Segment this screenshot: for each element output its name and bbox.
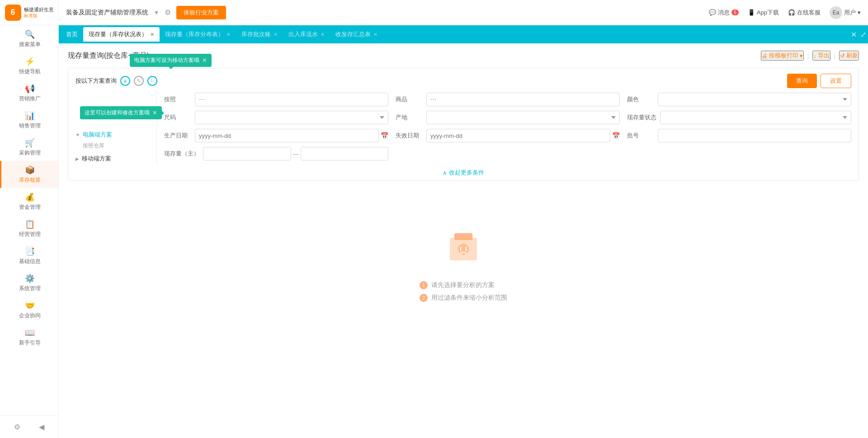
nav-purchase[interactable]: 🛒 采购管理 — [0, 134, 58, 161]
system-dropdown-icon[interactable]: ▼ — [154, 9, 159, 16]
stock-main-to[interactable] — [301, 147, 389, 160]
popover-close-2[interactable]: ✕ — [152, 109, 157, 116]
base-icon: 📑 — [25, 246, 35, 256]
origin-label: 产地 — [396, 113, 423, 122]
tab-close-icon-3[interactable]: ✕ — [274, 32, 278, 38]
app-download-btn[interactable]: 📱 App下载 — [748, 9, 779, 17]
tab-inventory-dist[interactable]: 现存量（库存分布表） ✕ — [160, 27, 236, 42]
tab-close-all-btn[interactable]: ✕ — [851, 30, 857, 39]
svg-rect-1 — [454, 233, 472, 240]
online-support-btn[interactable]: 🎧 在线客服 — [788, 9, 821, 17]
tip-num-2: 2 — [420, 294, 428, 302]
nav-tutorial[interactable]: 📖 新手引导 — [0, 324, 58, 351]
user-dropdown-icon: ▾ — [858, 9, 861, 16]
stock-main-label: 现存量（主） — [164, 150, 199, 158]
stock-status-select[interactable] — [660, 111, 851, 124]
stock-main-from[interactable] — [203, 147, 291, 160]
tab-bar: 首页 现存量（库存状况表） ✕ 现存量（库存分布表） ✕ 库存批次账 ✕ 出入库… — [59, 25, 868, 43]
nav-inventory[interactable]: 📦 库存核算 — [0, 161, 58, 188]
tab-batch[interactable]: 库存批次账 ✕ — [236, 27, 283, 42]
settings-btn[interactable]: ⚙ — [14, 423, 20, 431]
tree-arrow-icon: ▼ — [75, 132, 80, 137]
filter-stock-status: 现存量状态 — [627, 111, 851, 124]
filter-add-btn[interactable]: + — [120, 76, 130, 86]
mfg-date-calendar-icon[interactable]: 📅 — [381, 132, 388, 139]
query-btn[interactable]: 查询 — [787, 74, 817, 88]
tip-num-1: 1 — [420, 281, 428, 289]
template-print-btn[interactable]: 🖨 按模板打印 ▾ — [761, 51, 804, 61]
nav-system[interactable]: ⚙️ 系统管理 — [0, 269, 58, 297]
plan-sub-item[interactable]: 按照仓库 — [83, 141, 151, 151]
size-select[interactable] — [195, 111, 388, 124]
user-avatar: Ea — [830, 6, 842, 19]
page-actions: 🖨 按模板打印 ▾ | ↓ 导出 | ↺ 刷新 — [761, 51, 859, 61]
export-btn[interactable]: ↓ 导出 — [812, 51, 830, 61]
header-left: 装备及固定资产辅助管理系统 ▼ ⚙ 体验行业方案 — [66, 6, 226, 19]
nav-collab[interactable]: 🤝 企业协同 — [0, 297, 58, 324]
tab-close-icon-2[interactable]: ✕ — [226, 32, 231, 38]
refresh-icon: ↺ — [840, 52, 845, 59]
batch-input[interactable] — [658, 129, 851, 142]
collapse-sidebar-btn[interactable]: ◀ — [39, 423, 44, 431]
page-container: 现存量查询(按仓库+商品) 🖨 按模板打印 ▾ | ↓ 导出 | ↺ 刷新 — [59, 43, 868, 438]
tab-inventory-status[interactable]: 现存量（库存状况表） ✕ — [83, 27, 160, 42]
messages-btn[interactable]: 💬 消息 6 — [709, 9, 739, 17]
collapse-btn[interactable]: ∧ 收起更多条件 — [443, 169, 484, 177]
nav-base[interactable]: 📑 基础信息 — [0, 242, 58, 269]
filter-edit-btn[interactable]: ✎ — [134, 76, 144, 86]
filter-arrow-btn[interactable]: ← — [147, 76, 157, 86]
collab-icon: 🤝 — [25, 301, 35, 311]
dropdown-icon: ▾ — [800, 52, 803, 59]
exp-date-calendar-icon[interactable]: 📅 — [612, 132, 620, 139]
filter-origin: 产地 — [396, 111, 620, 124]
sidebar-bottom: ⚙ ◀ — [0, 415, 58, 438]
mfg-date-input[interactable] — [195, 129, 379, 142]
tab-summary[interactable]: 收发存汇总表 ✕ — [330, 27, 383, 42]
marketing-icon: 📢 — [25, 84, 35, 94]
filter-area: 按以下方案查询 + ✎ ← 电脑方案可设为移动方案哦 ✕ 查询 设置 — [68, 68, 859, 181]
tab-close-icon-4[interactable]: ✕ — [321, 32, 325, 38]
empty-illustration — [441, 224, 486, 269]
warehouse-label: 按照 — [164, 95, 191, 104]
filter-stock-main: 现存量（主） — — [164, 147, 388, 160]
quick-nav-icon: ⚡ — [25, 57, 35, 66]
exp-date-input[interactable] — [426, 129, 610, 142]
filter-color: 颜色 — [627, 93, 851, 106]
reset-btn[interactable]: 设置 — [821, 74, 851, 88]
settings-gear-icon[interactable]: ⚙ — [165, 8, 171, 17]
stock-main-range: — — [203, 147, 388, 160]
color-select[interactable] — [658, 93, 851, 106]
plan-desktop[interactable]: ▼ 电脑端方案 — [75, 129, 151, 141]
nav-quick[interactable]: ⚡ 快捷导航 — [0, 52, 58, 80]
stock-status-label: 现存量状态 — [627, 113, 656, 122]
popover-close-1[interactable]: ✕ — [202, 57, 207, 64]
filter-mfg-date: 生产日期 📅 — [164, 129, 388, 142]
tab-expand-btn[interactable]: ⤢ — [860, 30, 866, 39]
nav-finance[interactable]: 💰 资金管理 — [0, 188, 58, 215]
goods-label: 商品 — [396, 95, 423, 104]
svg-point-2 — [458, 244, 469, 254]
nav-search[interactable]: 🔍 搜索菜单 — [0, 25, 58, 52]
plan-mobile[interactable]: ▶ 移动端方案 — [75, 153, 151, 165]
nav-operations[interactable]: 📋 经营管理 — [0, 215, 58, 242]
tab-bar-actions: ✕ ⤢ — [851, 30, 866, 39]
tab-close-icon-5[interactable]: ✕ — [373, 32, 377, 38]
nav-marketing[interactable]: 📢 营销推广 — [0, 80, 58, 107]
filter-warehouse: 按照 ··· — [164, 93, 388, 106]
color-label: 颜色 — [627, 95, 654, 104]
mfg-date-label: 生产日期 — [164, 132, 191, 140]
user-menu[interactable]: Ea 用户 ▾ — [830, 6, 861, 19]
nav-sales[interactable]: 📊 销售管理 — [0, 107, 58, 134]
origin-select[interactable] — [426, 111, 620, 124]
refresh-btn[interactable]: ↺ 刷新 — [839, 51, 859, 61]
filter-size: 尺码 — [164, 111, 388, 124]
tab-inout[interactable]: 出入库流水 ✕ — [283, 27, 330, 42]
plan-tree-section: 这里可以创建和修改方案哦 ✕ ▼ 电脑端方案 按照仓库 ▶ — [75, 93, 157, 165]
logo-text: 畅捷通好生意 标准版 — [24, 6, 54, 19]
tab-close-icon[interactable]: ✕ — [150, 32, 154, 38]
divider-2: | — [834, 52, 835, 59]
tab-home[interactable]: 首页 — [61, 27, 83, 42]
support-icon: 🎧 — [788, 9, 795, 16]
industry-btn[interactable]: 体验行业方案 — [176, 6, 226, 19]
empty-tips: 1 请先选择要分析的方案 2 用过滤条件来缩小分析范围 — [420, 278, 507, 304]
